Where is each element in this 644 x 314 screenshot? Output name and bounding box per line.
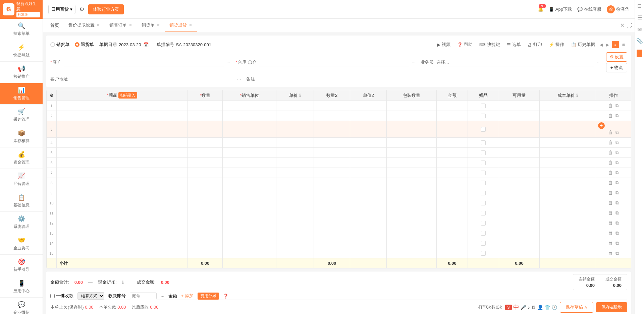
dots-btn[interactable]: ···: [161, 294, 164, 299]
row-qty-15[interactable]: [188, 248, 223, 258]
row-unit2-11[interactable]: [350, 208, 387, 218]
tab-close-sales_return[interactable]: ✕: [189, 23, 192, 27]
row-packqty-1[interactable]: [386, 101, 436, 111]
print-btn[interactable]: 🖨 打印: [526, 41, 544, 48]
row-price-3[interactable]: [276, 121, 314, 138]
scan-entry-btn[interactable]: 扫码录入: [118, 92, 137, 99]
row-gift-12[interactable]: [468, 218, 499, 228]
row-price-12[interactable]: [276, 218, 314, 228]
row-qty-5[interactable]: [188, 148, 223, 158]
row-cost-5[interactable]: [540, 148, 596, 158]
radio-return[interactable]: 退货单: [75, 42, 94, 48]
user-profile[interactable]: 徐 徐泽华: [607, 5, 629, 13]
row-unit-9[interactable]: [223, 188, 276, 198]
copy-row-btn-3[interactable]: ⧉: [615, 129, 620, 136]
fee-split-btn[interactable]: 费用分摊: [198, 293, 219, 300]
row-amount-12[interactable]: [437, 218, 468, 228]
row-available-4[interactable]: [499, 138, 539, 148]
row-price-8[interactable]: [276, 178, 314, 188]
row-unit2-12[interactable]: [350, 218, 387, 228]
delete-row-btn-15[interactable]: 🗑: [607, 250, 613, 256]
trial-button[interactable]: 体验行业方案: [88, 4, 124, 14]
row-price-9[interactable]: [276, 188, 314, 198]
tab-close-sales_delivery[interactable]: ✕: [157, 23, 160, 27]
row-cost-8[interactable]: [540, 178, 596, 188]
delete-row-btn-6[interactable]: 🗑: [607, 159, 613, 166]
copy-row-btn-9[interactable]: ⧉: [615, 189, 620, 196]
delete-row-btn-12[interactable]: 🗑: [607, 219, 613, 226]
row-amount-10[interactable]: [437, 198, 468, 208]
row-qty-13[interactable]: [188, 228, 223, 238]
video-btn[interactable]: ▶ 视频: [435, 41, 452, 48]
row-unit2-8[interactable]: [350, 178, 387, 188]
prev-icon[interactable]: ◀: [600, 42, 603, 47]
row-unit-15[interactable]: [223, 248, 276, 258]
row-qty2-5[interactable]: [314, 148, 350, 158]
row-qty2-4[interactable]: [314, 138, 350, 148]
tab-sales_order[interactable]: 销售订单✕: [105, 19, 137, 32]
row-qty2-13[interactable]: [314, 228, 350, 238]
row-qty2-1[interactable]: [314, 101, 350, 111]
row-packqty-13[interactable]: [386, 228, 436, 238]
sidebar-item-wechat[interactable]: 💬 企业微信: [0, 298, 43, 314]
copy-row-btn-1[interactable]: ⧉: [615, 102, 620, 109]
gift-checkbox-12[interactable]: [481, 221, 486, 226]
address-dots[interactable]: ···: [237, 77, 241, 82]
row-unit2-13[interactable]: [350, 228, 387, 238]
row-qty-8[interactable]: [188, 178, 223, 188]
copy-row-btn-13[interactable]: ⧉: [615, 230, 620, 237]
list-view-btn[interactable]: ≡: [612, 41, 619, 48]
row-unit-4[interactable]: [223, 138, 276, 148]
delete-row-btn-11[interactable]: 🗑: [607, 209, 613, 216]
row-qty-11[interactable]: [188, 208, 223, 218]
row-unit-13[interactable]: [223, 228, 276, 238]
delete-row-btn-7[interactable]: 🗑: [607, 169, 613, 176]
row-qty2-15[interactable]: [314, 248, 350, 258]
delete-row-btn-2[interactable]: 🗑: [607, 112, 613, 119]
row-product-1[interactable]: [57, 101, 188, 111]
delete-row-btn-10[interactable]: 🗑: [607, 199, 613, 206]
row-gift-9[interactable]: [468, 188, 499, 198]
shortcuts-btn[interactable]: ⌨ 快捷键: [477, 41, 502, 48]
maximize-icon[interactable]: ⛶: [627, 22, 632, 28]
price-info-icon[interactable]: ℹ: [299, 93, 301, 98]
row-cost-7[interactable]: [540, 168, 596, 178]
tab-close-price[interactable]: ✕: [97, 23, 100, 27]
row-available-14[interactable]: [499, 238, 539, 248]
row-packqty-12[interactable]: [386, 218, 436, 228]
row-unit2-14[interactable]: [350, 238, 387, 248]
delete-row-btn-3[interactable]: 🗑: [607, 129, 613, 136]
row-price-10[interactable]: [276, 198, 314, 208]
row-qty2-11[interactable]: [314, 208, 350, 218]
topbar-settings-icon[interactable]: ⚙: [79, 6, 84, 12]
row-qty-12[interactable]: [188, 218, 223, 228]
row-packqty-14[interactable]: [386, 238, 436, 248]
product-input-active[interactable]: [59, 127, 185, 132]
row-unit2-1[interactable]: [350, 101, 387, 111]
row-product-5[interactable]: [57, 148, 188, 158]
row-product-14[interactable]: [57, 238, 188, 248]
row-qty2-2[interactable]: [314, 111, 350, 121]
one-key-payment-checkbox[interactable]: [50, 294, 55, 298]
row-available-3[interactable]: [499, 121, 539, 138]
row-qty-14[interactable]: [188, 238, 223, 248]
gift-checkbox-7[interactable]: [481, 171, 486, 175]
row-unit2-6[interactable]: [350, 158, 387, 168]
row-gift-15[interactable]: [468, 248, 499, 258]
row-unit-10[interactable]: [223, 198, 276, 208]
delete-row-btn-9[interactable]: 🗑: [607, 189, 613, 196]
next-icon[interactable]: ▶: [606, 42, 609, 47]
row-cost-11[interactable]: [540, 208, 596, 218]
row-qty-1[interactable]: [188, 101, 223, 111]
delete-row-btn-14[interactable]: 🗑: [607, 240, 613, 246]
copy-row-btn-6[interactable]: ⧉: [615, 159, 620, 166]
row-packqty-15[interactable]: [386, 248, 436, 258]
row-cost-9[interactable]: [540, 188, 596, 198]
one-key-payment-check[interactable]: 一键收款: [50, 293, 73, 299]
row-unit-12[interactable]: [223, 218, 276, 228]
row-packqty-7[interactable]: [386, 168, 436, 178]
row-packqty-11[interactable]: [386, 208, 436, 218]
gift-checkbox-10[interactable]: [481, 201, 486, 205]
row-qty2-6[interactable]: [314, 158, 350, 168]
sidebar-item-inventory[interactable]: 📦 库存核算: [0, 126, 43, 147]
